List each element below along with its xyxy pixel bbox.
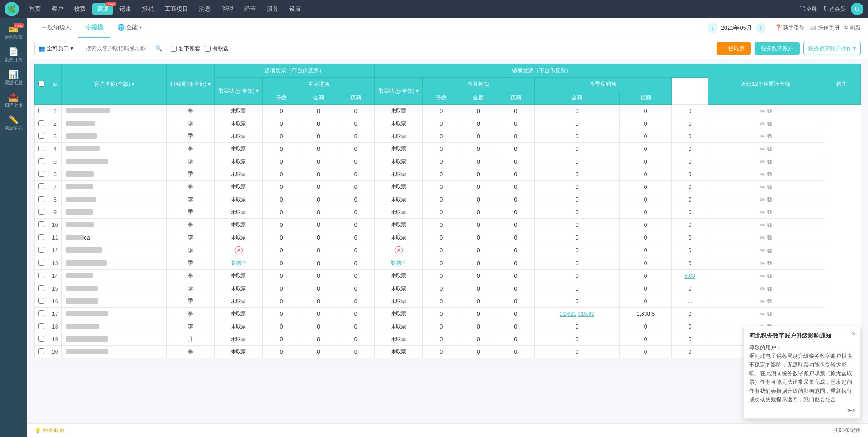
refresh-btn[interactable]: ↻ 刷新 <box>844 24 861 32</box>
nav-invoice[interactable]: 票据 new <box>92 3 113 15</box>
nav-manage[interactable]: 管理 <box>217 3 238 15</box>
row-checkbox-cell[interactable] <box>35 193 48 206</box>
row-checkbox[interactable] <box>38 234 44 240</box>
row-checkbox-cell[interactable] <box>35 270 48 282</box>
copy-icon[interactable]: ⧉ <box>767 259 772 267</box>
copy-icon[interactable]: ⧉ <box>767 120 772 127</box>
copy-icon[interactable]: ⧉ <box>767 183 772 191</box>
row-checkbox-cell[interactable] <box>35 168 48 181</box>
in-status-header[interactable]: 取票状态(全部) ▾ <box>215 78 263 105</box>
taxdisk-checkbox-label[interactable]: 有税盘 <box>205 45 229 52</box>
row-checkbox[interactable] <box>38 171 44 177</box>
edit-icon[interactable]: ✏ <box>760 108 765 115</box>
sidebar-item-invoice-open[interactable]: 📄 发票开具 <box>2 45 25 66</box>
row-checkbox[interactable] <box>38 209 44 215</box>
nav-message[interactable]: 消息 <box>194 3 215 15</box>
row-checkbox[interactable] <box>38 120 44 126</box>
row-checkbox[interactable] <box>38 273 44 278</box>
row-checkbox-cell[interactable] <box>35 333 48 346</box>
search-input[interactable] <box>86 45 154 52</box>
subaccount-checkbox-label[interactable]: 名下账套 <box>171 45 200 52</box>
taxdisk-checkbox[interactable] <box>205 46 211 52</box>
copy-icon[interactable]: ⧉ <box>767 234 772 241</box>
row-checkbox[interactable] <box>38 146 44 151</box>
row-checkbox[interactable] <box>38 158 44 164</box>
edit-icon[interactable]: ✏ <box>760 247 765 254</box>
nav-settings[interactable]: 设置 <box>285 3 306 15</box>
edit-icon[interactable]: ✏ <box>760 158 765 165</box>
copy-icon[interactable]: ⧉ <box>767 221 772 229</box>
edit-icon[interactable]: ✏ <box>760 310 765 318</box>
nav-fee[interactable]: 收费 <box>70 3 90 15</box>
popup-close-btn[interactable]: × <box>852 330 856 338</box>
copy-icon[interactable]: ⧉ <box>767 145 772 153</box>
last12-value-link[interactable]: 5.00 <box>684 273 695 279</box>
period-prev-btn[interactable]: ‹ <box>708 23 717 33</box>
row-checkbox[interactable] <box>38 348 44 354</box>
nav-service[interactable]: 服务 <box>262 3 283 15</box>
sidebar-item-smart-ticket[interactable]: new 🎫 智能取票 <box>2 23 25 43</box>
row-checkbox-cell[interactable] <box>35 105 48 117</box>
row-checkbox-cell[interactable] <box>35 320 48 333</box>
nav-customer[interactable]: 客户 <box>47 3 68 15</box>
avatar[interactable]: U <box>851 3 863 15</box>
tab-all-dropdown[interactable]: ▾ <box>139 25 142 30</box>
select-all-checkbox[interactable] <box>38 81 44 87</box>
row-checkbox[interactable] <box>38 285 44 291</box>
row-checkbox[interactable] <box>38 336 44 342</box>
row-checkbox[interactable] <box>38 298 44 304</box>
row-checkbox-cell[interactable] <box>35 181 48 193</box>
edit-icon[interactable]: ✏ <box>760 120 765 127</box>
tax-period-header[interactable]: 纳税周期(全部) ▾ <box>166 64 214 105</box>
copy-icon[interactable]: ⧉ <box>767 272 772 280</box>
nav-operation[interactable]: 经营 <box>240 3 260 15</box>
refund-amount-link[interactable]: 12,621,319.99 <box>560 311 594 317</box>
edit-icon[interactable]: ✏ <box>760 146 765 153</box>
edit-icon[interactable]: ✏ <box>760 273 765 280</box>
edit-icon[interactable]: ✏ <box>760 234 765 241</box>
edit-icon[interactable]: ✏ <box>760 260 765 267</box>
operation-manual-btn[interactable]: 📖 操作手册 <box>809 24 839 32</box>
row-checkbox[interactable] <box>38 323 44 329</box>
sidebar-item-invoice-summary[interactable]: 📊 票据汇总 <box>2 68 25 89</box>
one-click-ticket-btn[interactable]: 一键取票 <box>717 42 751 55</box>
employee-select[interactable]: 👥 全部员工 ▾ <box>34 42 77 55</box>
tax-digital-account-operation-btn[interactable]: 税务数字账户操作 ▾ <box>803 42 861 55</box>
row-checkbox[interactable] <box>38 221 44 227</box>
fullscreen-btn[interactable]: ⛶ 全屏 <box>799 5 817 13</box>
row-checkbox-cell[interactable] <box>35 346 48 358</box>
copy-icon[interactable]: ⧉ <box>767 208 772 216</box>
row-checkbox-cell[interactable] <box>35 219 48 231</box>
nav-home[interactable]: 首页 <box>24 3 45 15</box>
tab-general-taxpayer[interactable]: 一般纳税人 <box>34 18 78 38</box>
edit-icon[interactable]: ✏ <box>760 285 765 292</box>
row-checkbox-cell[interactable] <box>35 257 48 270</box>
period-next-btn[interactable]: › <box>756 23 766 33</box>
row-checkbox-cell[interactable] <box>35 130 48 143</box>
tax-policy-link[interactable]: 税务政策 <box>43 427 65 434</box>
table-wrapper[interactable]: ⚙ 客户名称(全部) ▾ 纳税周期(全部) ▾ 进项发票（不含作废票） 销项发票… <box>27 59 868 423</box>
edit-icon[interactable]: ✏ <box>760 171 765 178</box>
tax-digital-account-btn[interactable]: 税务数字账户 <box>755 42 800 55</box>
row-checkbox-cell[interactable] <box>35 143 48 155</box>
tab-all[interactable]: 🌐 全能 ▾ <box>110 18 149 38</box>
logo-icon[interactable]: 🌿 <box>5 2 19 16</box>
row-checkbox-cell[interactable] <box>35 117 48 130</box>
row-checkbox-cell[interactable] <box>35 282 48 295</box>
out-status-header[interactable]: 取票状态(全部) ▾ <box>374 78 422 105</box>
member-btn[interactable]: 🎖 购会员 <box>822 5 845 13</box>
copy-icon[interactable]: ⧉ <box>767 247 772 254</box>
row-checkbox[interactable] <box>38 133 44 139</box>
nav-tax[interactable]: 报税 <box>137 3 158 15</box>
copy-icon[interactable]: ⧉ <box>767 158 772 165</box>
edit-icon[interactable]: ✏ <box>760 209 765 216</box>
edit-icon[interactable]: ✏ <box>760 221 765 229</box>
edit-icon[interactable]: ✏ <box>760 298 765 305</box>
sidebar-item-invoice-entry[interactable]: ✏️ 票据录入 <box>2 113 25 134</box>
nav-business[interactable]: 工商项目 <box>160 3 193 15</box>
copy-icon[interactable]: ⧉ <box>767 196 772 203</box>
search-icon[interactable]: 🔍 <box>156 45 162 52</box>
copy-icon[interactable]: ⧉ <box>767 297 772 305</box>
row-checkbox-cell[interactable] <box>35 295 48 308</box>
nav-accounting[interactable]: 记账 <box>115 3 136 15</box>
